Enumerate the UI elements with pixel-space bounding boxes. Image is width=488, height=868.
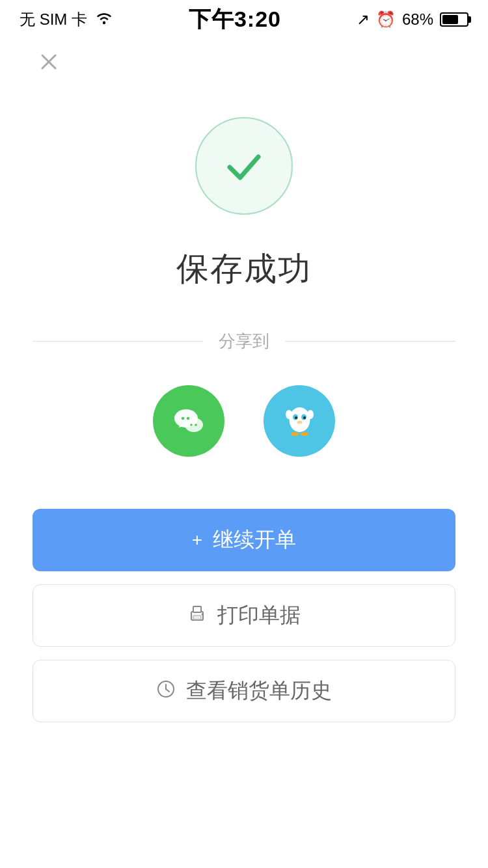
continue-button[interactable]: + 继续开单 — [33, 509, 455, 571]
svg-point-15 — [303, 416, 306, 419]
status-right: ↗ ⏰ 68% — [357, 10, 468, 29]
continue-label: 继续开单 — [213, 526, 296, 554]
svg-point-14 — [295, 416, 297, 419]
svg-point-0 — [103, 21, 105, 24]
clock-icon — [156, 679, 176, 703]
status-time: 下午3:20 — [189, 5, 281, 34]
printer-icon — [187, 604, 207, 628]
close-button[interactable] — [33, 46, 65, 78]
action-buttons-group: + 继续开单 打印单据 — [33, 509, 455, 722]
battery-icon — [440, 12, 468, 27]
print-button[interactable]: 打印单据 — [33, 584, 455, 647]
svg-point-6 — [186, 416, 189, 419]
svg-point-5 — [181, 416, 183, 419]
svg-point-18 — [291, 432, 299, 436]
svg-point-23 — [202, 613, 204, 615]
location-icon: ↗ — [357, 10, 370, 29]
svg-line-26 — [166, 689, 169, 692]
no-sim-text: 无 SIM 卡 — [20, 9, 87, 30]
battery-percent: 68% — [402, 10, 433, 29]
svg-point-8 — [195, 424, 197, 426]
share-icons-row — [153, 385, 335, 457]
svg-rect-22 — [193, 616, 201, 619]
close-icon — [38, 51, 59, 72]
svg-point-4 — [185, 418, 203, 432]
plus-icon: + — [192, 530, 202, 550]
wechat-share-button[interactable] — [153, 385, 224, 457]
svg-point-7 — [190, 424, 193, 426]
history-button[interactable]: 查看销货单历史 — [33, 660, 455, 722]
status-bar: 无 SIM 卡 下午3:20 ↗ ⏰ 68% — [0, 0, 488, 39]
share-label: 分享到 — [203, 330, 285, 353]
history-label: 查看销货单历史 — [186, 677, 332, 705]
wifi-icon — [95, 10, 113, 29]
success-icon-circle — [195, 117, 293, 215]
print-label: 打印单据 — [217, 601, 301, 630]
qq-icon — [278, 400, 321, 442]
svg-point-17 — [293, 420, 305, 429]
checkmark-icon — [218, 140, 270, 192]
success-title: 保存成功 — [176, 247, 312, 291]
alarm-icon: ⏰ — [376, 10, 396, 29]
main-content: 保存成功 分享到 — [0, 39, 488, 761]
svg-point-19 — [301, 432, 308, 436]
svg-point-11 — [307, 410, 314, 419]
status-left: 无 SIM 卡 — [20, 9, 113, 30]
svg-rect-21 — [193, 606, 201, 612]
share-divider: 分享到 — [33, 330, 455, 353]
qq-share-button[interactable] — [264, 385, 335, 457]
svg-point-10 — [286, 410, 292, 419]
wechat-icon — [168, 400, 210, 442]
